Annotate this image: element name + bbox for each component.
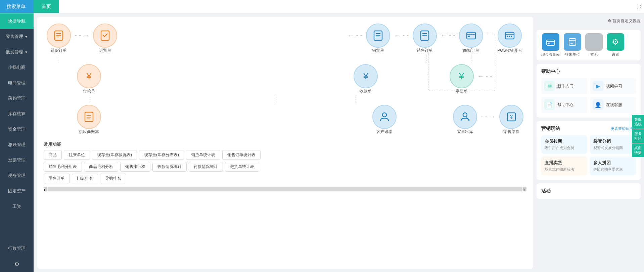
func-btn-goods-profit[interactable]: 商品毛利分析 bbox=[84, 162, 118, 172]
svg-text:¥: ¥ bbox=[510, 114, 513, 120]
float-btn-customer-service[interactable]: 客服热线 bbox=[632, 115, 644, 129]
marketing-item-member[interactable]: 会员拉新 吸引用户成为会员 bbox=[541, 135, 587, 154]
sidebar-item-wholesale[interactable]: 批发管理 ▼ bbox=[0, 44, 34, 60]
expand-icon[interactable]: ⛶ bbox=[637, 4, 641, 9]
marketing-section: 营销玩法 更多营销玩法 > 会员拉新 吸引用户成为会员 裂变分销 裂变式发展分销… bbox=[537, 121, 641, 180]
help-doc-icon: 📄 bbox=[544, 99, 555, 110]
common-funcs-title: 常用功能 bbox=[44, 141, 526, 147]
arrow-7: - - → bbox=[481, 105, 496, 121]
sidebar-item-purchase[interactable]: 采购管理 bbox=[0, 91, 34, 106]
beginner-icon: ✉ bbox=[544, 81, 555, 91]
func-row-1: 商品 往来单位 现存量(库存状况表) 现存量(库存分布表) 销货单统计表 销售订… bbox=[44, 150, 526, 160]
help-item-video[interactable]: ▶ 视频学习 bbox=[590, 78, 636, 94]
float-btn-desktop-quick[interactable]: 桌面快捷 bbox=[632, 143, 644, 157]
home-tab-label: 首页 bbox=[42, 4, 51, 10]
svg-rect-14 bbox=[468, 36, 470, 37]
sidebar-item-finance[interactable]: 资金管理 bbox=[0, 122, 34, 137]
func-btn-store-rank[interactable]: 门店排名 bbox=[72, 174, 98, 183]
func-btn-stock-status[interactable]: 现存量(库存状况表) bbox=[92, 150, 137, 160]
workflow-scroll[interactable]: 进货订单 - - → 进货单 bbox=[44, 24, 526, 136]
sidebar-item-invoice[interactable]: 发票管理 bbox=[0, 152, 34, 168]
help-center-title: 帮助中心 bbox=[541, 69, 636, 75]
node-receipt[interactable]: ¥ 收款单 bbox=[351, 64, 381, 94]
connector-retail-down bbox=[356, 95, 356, 103]
quick-icon-cashflow[interactable]: 现金流量表 bbox=[541, 33, 560, 57]
service-icon: 👤 bbox=[593, 99, 603, 110]
float-btn-community[interactable]: 服务社区 bbox=[632, 129, 644, 143]
svg-point-24 bbox=[382, 113, 386, 117]
content-area: 进货订单 - - → 进货单 bbox=[34, 13, 644, 272]
sidebar-item-inventory[interactable]: 库存核算 bbox=[0, 106, 34, 122]
node-purchase-order[interactable]: 进货订单 bbox=[44, 24, 74, 53]
node-supplier-account[interactable]: 供应商账本 bbox=[74, 105, 104, 135]
node-mall-order[interactable]: 商城订单 bbox=[456, 24, 486, 53]
func-btn-goods[interactable]: 商品 bbox=[44, 150, 62, 160]
sidebar-item-quicknav[interactable]: 快捷导航 bbox=[0, 13, 34, 29]
node-sales-receipt[interactable]: 销货单 bbox=[363, 24, 393, 53]
func-btn-retail-order[interactable]: 零售开单 bbox=[44, 174, 70, 183]
quick-icons-container: 现金流量表 往来单位 暂无 bbox=[537, 30, 641, 60]
search-menu-label: 搜索菜单 bbox=[7, 4, 26, 10]
func-btn-sales-stats[interactable]: 销货单统计表 bbox=[186, 150, 220, 160]
node-retail-bill[interactable]: ¥ 零售单 bbox=[447, 64, 477, 94]
connector-down-2 bbox=[426, 55, 426, 63]
quick-icon-none[interactable]: 暂无 bbox=[585, 33, 603, 57]
connector-down-3 bbox=[471, 55, 471, 63]
svg-rect-31 bbox=[548, 43, 550, 44]
marketing-item-live[interactable]: 直播卖货 场景式购物新玩法 bbox=[541, 156, 587, 175]
sidebar-item-assets[interactable]: 固定资产 bbox=[0, 183, 34, 199]
search-menu-button[interactable]: 搜索菜单 bbox=[0, 0, 34, 13]
scroll-bar[interactable]: ‹ › bbox=[44, 187, 526, 191]
func-btn-purchase-stats[interactable]: 进货单统计表 bbox=[225, 162, 259, 172]
func-btn-sales-profit[interactable]: 销售毛利分析表 bbox=[44, 162, 82, 172]
func-btn-receipt-stats[interactable]: 收款情况统计 bbox=[152, 162, 187, 172]
node-payment[interactable]: ¥ 付款单 bbox=[74, 64, 104, 94]
sidebar-item-small-ecom[interactable]: 小畅电商 bbox=[0, 60, 34, 75]
marketing-item-fission[interactable]: 裂变分销 裂变式发展分销商 bbox=[590, 135, 636, 154]
customize-settings-btn[interactable]: ⚙ 首页自定义设置 bbox=[608, 18, 641, 24]
scroll-right-arrow[interactable]: › bbox=[523, 187, 526, 191]
node-retail-outbound[interactable]: 零售出库 bbox=[450, 105, 480, 135]
float-buttons: 客服热线 服务社区 桌面快捷 bbox=[632, 115, 644, 157]
connector-receipt-down bbox=[275, 95, 275, 103]
node-retail-settlement[interactable]: ¥ 零售结算 bbox=[496, 105, 526, 135]
func-btn-order-stats[interactable]: 销售订单统计表 bbox=[222, 150, 261, 160]
node-customer-account[interactable]: 客户账本 bbox=[369, 105, 400, 135]
svg-rect-19 bbox=[511, 36, 512, 37]
svg-rect-12 bbox=[467, 32, 475, 39]
scroll-left-arrow[interactable]: ‹ bbox=[44, 187, 47, 191]
svg-rect-20 bbox=[85, 112, 93, 122]
main-content: 进货订单 - - → 进货单 bbox=[34, 13, 644, 272]
arrow-1: - - → bbox=[75, 24, 89, 39]
func-btn-payment-stats[interactable]: 付款情况统计 bbox=[189, 162, 223, 172]
marketing-item-group[interactable]: 多人拼团 拼团购物享受优惠 bbox=[590, 156, 636, 175]
sidebar-item-ecom[interactable]: 电商管理 bbox=[0, 75, 34, 91]
help-item-beginner[interactable]: ✉ 新手入门 bbox=[541, 78, 587, 94]
node-pos-cashier[interactable]: POS收银开台 bbox=[493, 24, 526, 53]
arrow-4: ← - - bbox=[441, 24, 455, 39]
node-sales-order[interactable]: 销售订单 bbox=[410, 24, 440, 53]
svg-rect-17 bbox=[507, 36, 508, 37]
func-btn-stock-dist[interactable]: 现存量(库存分布表) bbox=[139, 150, 184, 160]
help-item-help[interactable]: 📄 帮助中心 bbox=[541, 97, 587, 113]
func-btn-guide-rank[interactable]: 导购排名 bbox=[100, 174, 126, 183]
sidebar-item-ledger[interactable]: 总账管理 bbox=[0, 137, 34, 152]
help-item-service[interactable]: 👤 在线客服 bbox=[590, 97, 636, 113]
sidebar-item-payroll[interactable]: 工资 bbox=[0, 199, 34, 214]
sidebar-gear-icon[interactable]: ⚙ bbox=[0, 256, 34, 272]
svg-rect-18 bbox=[509, 36, 510, 37]
quick-icon-settings[interactable]: ⚙ 设置 bbox=[607, 33, 624, 57]
sidebar-item-admin[interactable]: 行政管理 bbox=[0, 241, 34, 256]
node-purchase-receipt[interactable]: 进货单 bbox=[90, 24, 120, 53]
func-row-2: 销售毛利分析表 商品毛利分析 销售排行榜 收款情况统计 付款情况统计 进货单统计… bbox=[44, 162, 526, 172]
connector-down-1 bbox=[59, 55, 59, 63]
marketing-title: 营销玩法 bbox=[541, 126, 560, 132]
home-tab[interactable]: 首页 bbox=[34, 0, 59, 13]
customize-bar: ⚙ 首页自定义设置 bbox=[537, 17, 641, 27]
sidebar-item-retail[interactable]: 零售管理 ▼ bbox=[0, 29, 34, 44]
quick-icon-partners[interactable]: 往来单位 bbox=[564, 33, 581, 57]
func-btn-sales-rank[interactable]: 销售排行榜 bbox=[120, 162, 150, 172]
scroll-track bbox=[48, 187, 522, 191]
sidebar-item-tax[interactable]: 税务管理 bbox=[0, 168, 34, 183]
func-btn-partners[interactable]: 往来单位 bbox=[64, 150, 90, 160]
